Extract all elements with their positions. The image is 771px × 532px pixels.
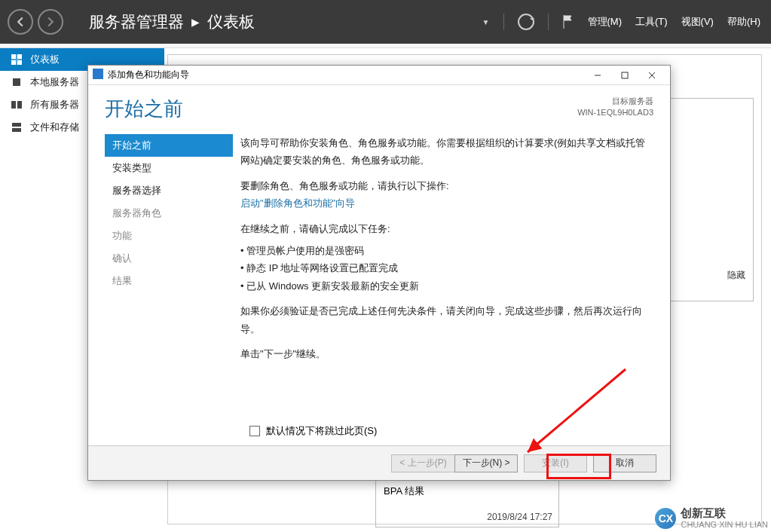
bpa-timestamp: 2019/8/24 17:27 — [487, 512, 552, 522]
nav-arrows — [0, 9, 68, 35]
watermark-text: 创新互联 CHUANG XIN HU LIAN — [681, 507, 768, 529]
bpa-title: BPA 结果 — [384, 485, 551, 498]
dropdown-icon[interactable]: ▼ — [482, 18, 490, 26]
breadcrumb: 服务器管理器 ▸ 仪表板 — [89, 11, 255, 32]
breadcrumb-app: 服务器管理器 — [89, 11, 184, 32]
hide-link[interactable]: 隐藏 — [727, 269, 745, 282]
watermark-brand-cn: 创新互联 — [681, 507, 768, 520]
header-right: ▼ 管理(M) 工具(T) 视图(V) 帮助(H) — [482, 14, 771, 30]
separator — [503, 14, 504, 30]
watermark-logo-icon: CX — [655, 508, 676, 529]
close-button[interactable] — [638, 66, 665, 84]
separator — [548, 14, 549, 30]
maximize-button[interactable] — [611, 66, 638, 84]
window-controls — [584, 66, 665, 84]
remove-roles-link[interactable]: 启动"删除角色和功能"向导 — [240, 194, 650, 212]
wizard-content: 该向导可帮助你安装角色、角色服务或功能。你需要根据组织的计算要求(例如共享文档或… — [233, 130, 653, 424]
prereq-item: 管理员帐户使用的是强密码 — [240, 242, 650, 259]
content-p4: 如果你必须验证是否已完成上述任何先决条件，请关闭向导，完成这些步骤，然后再次运行… — [240, 302, 650, 338]
step-server-roles: 服务器角色 — [105, 202, 233, 225]
wizard-titlebar: 添加角色和功能向导 — [88, 66, 670, 85]
svg-rect-4 — [17, 60, 22, 65]
svg-rect-7 — [17, 101, 22, 109]
sidebar-item-label: 本地服务器 — [30, 75, 79, 89]
wizard-dialog: 添加角色和功能向导 开始之前 目标服务器 WIN-1EQL9H0LAD3 开始之… — [87, 65, 671, 481]
svg-rect-1 — [11, 54, 16, 59]
app-header: 服务器管理器 ▸ 仪表板 ▼ 管理(M) 工具(T) 视图(V) 帮助(H) — [0, 0, 771, 44]
step-installation-type[interactable]: 安装类型 — [105, 157, 233, 179]
skip-page-row: 默认情况下将跳过此页(S) — [88, 424, 670, 445]
step-before-you-begin[interactable]: 开始之前 — [105, 134, 233, 157]
menu-tools[interactable]: 工具(T) — [635, 15, 668, 29]
menu-help[interactable]: 帮助(H) — [727, 15, 760, 29]
watermark-brand-py: CHUANG XIN HU LIAN — [681, 520, 768, 529]
svg-rect-9 — [12, 128, 21, 132]
prev-button: < 上一步(P) — [391, 454, 454, 472]
skip-label[interactable]: 默认情况下将跳过此页(S) — [266, 424, 377, 438]
dashboard-icon — [11, 54, 23, 66]
svg-rect-5 — [13, 78, 20, 86]
minimize-button[interactable] — [584, 66, 611, 84]
destination-server: 目标服务器 WIN-1EQL9H0LAD3 — [577, 96, 653, 122]
wizard-icon — [93, 69, 103, 81]
nav-back-button[interactable] — [8, 9, 33, 35]
flag-icon[interactable] — [562, 15, 574, 29]
svg-rect-2 — [17, 54, 22, 59]
svg-rect-8 — [12, 123, 21, 127]
svg-rect-6 — [11, 101, 16, 109]
wizard-header: 开始之前 目标服务器 WIN-1EQL9H0LAD3 — [88, 85, 670, 127]
menu-manage[interactable]: 管理(M) — [588, 15, 623, 29]
cancel-button[interactable]: 取消 — [593, 454, 656, 472]
menu-view[interactable]: 视图(V) — [681, 15, 714, 29]
dest-value: WIN-1EQL9H0LAD3 — [577, 107, 653, 118]
wizard-body: 开始之前 安装类型 服务器选择 服务器角色 功能 确认 结果 该向导可帮助你安装… — [88, 127, 670, 424]
step-features: 功能 — [105, 225, 233, 247]
bpa-panel: BPA 结果 2019/8/24 17:27 — [375, 479, 559, 527]
content-p1: 该向导可帮助你安装角色、角色服务或功能。你需要根据组织的计算要求(例如共享文档或… — [240, 134, 650, 170]
storage-icon — [11, 121, 23, 133]
nav-button-group: < 上一步(P) 下一步(N) > — [391, 454, 518, 472]
prereq-item: 已从 Windows 更新安装最新的安全更新 — [240, 277, 650, 295]
nav-forward-button[interactable] — [38, 9, 63, 35]
prerequisite-list: 管理员帐户使用的是强密码 静态 IP 地址等网络设置已配置完成 已从 Windo… — [240, 242, 650, 295]
sidebar-item-label: 仪表板 — [30, 53, 60, 66]
servers-icon — [11, 99, 23, 111]
dest-label: 目标服务器 — [577, 96, 653, 107]
server-icon — [11, 76, 23, 88]
svg-rect-3 — [11, 60, 16, 65]
next-button[interactable]: 下一步(N) > — [454, 454, 518, 472]
step-results: 结果 — [105, 270, 233, 292]
content-p5: 单击"下一步"继续。 — [240, 345, 650, 362]
svg-rect-10 — [93, 69, 103, 79]
prereq-item: 静态 IP 地址等网络设置已配置完成 — [240, 259, 650, 277]
content-p2: 要删除角色、角色服务或功能，请执行以下操作: — [240, 177, 650, 194]
step-confirmation: 确认 — [105, 247, 233, 270]
wizard-window-title: 添加角色和功能向导 — [108, 69, 189, 81]
wizard-heading: 开始之前 — [105, 96, 183, 122]
skip-checkbox[interactable] — [249, 426, 260, 436]
sidebar-item-label: 文件和存储 — [30, 121, 79, 134]
step-list: 开始之前 安装类型 服务器选择 服务器角色 功能 确认 结果 — [105, 130, 233, 424]
wizard-footer: < 上一步(P) 下一步(N) > 安装(I) 取消 — [88, 445, 670, 480]
svg-rect-12 — [622, 72, 628, 78]
breadcrumb-sep-icon: ▸ — [191, 13, 200, 31]
install-button: 安装(I) — [524, 454, 587, 472]
watermark: CX 创新互联 CHUANG XIN HU LIAN — [655, 507, 768, 529]
sidebar-item-label: 所有服务器 — [30, 98, 79, 112]
content-p3: 在继续之前，请确认完成以下任务: — [240, 220, 650, 237]
breadcrumb-page: 仪表板 — [207, 11, 255, 32]
refresh-icon[interactable] — [518, 14, 534, 30]
step-server-selection[interactable]: 服务器选择 — [105, 179, 233, 202]
